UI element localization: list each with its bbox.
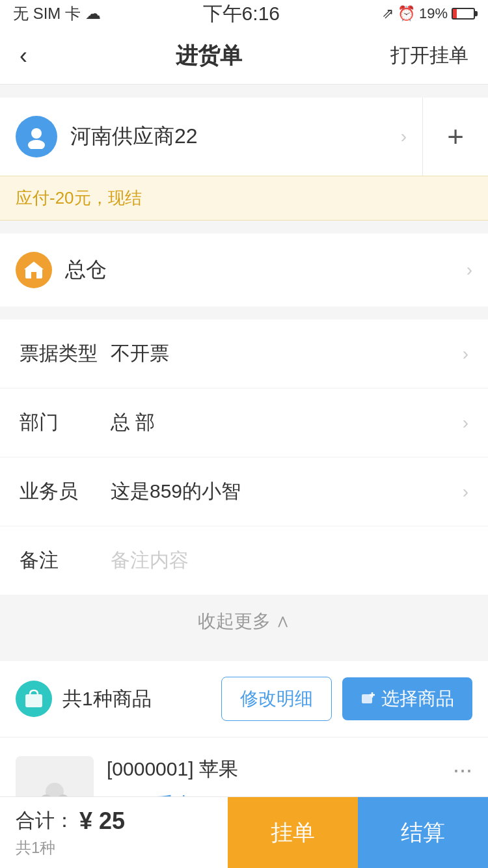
chevron-right-icon-5: › <box>463 481 468 502</box>
bottom-bar: 合计： ¥ 25 共1种 挂单 结算 <box>0 796 488 868</box>
ticket-type-value: 不开票 <box>111 340 463 367</box>
department-label: 部门 <box>20 409 111 436</box>
collapse-button[interactable]: 收起更多 ∧ <box>0 595 488 648</box>
supplier-name: 河南供应商22 <box>70 122 401 151</box>
chevron-right-icon-4: › <box>463 413 468 433</box>
product-more-button[interactable]: ··· <box>453 756 472 783</box>
supplier-avatar <box>16 116 57 157</box>
battery-label: 19% <box>419 5 448 22</box>
salesperson-row[interactable]: 业务员 这是859的小智 › <box>0 457 488 526</box>
product-name: [0000001] 苹果 <box>107 756 440 783</box>
notice-bar: 应付-20元，现结 <box>0 176 488 221</box>
warehouse-icon <box>16 252 52 288</box>
total-label: 合计： <box>16 807 74 834</box>
status-right: ⇗ ⏰ 19% <box>382 5 475 22</box>
product-icon <box>16 681 52 717</box>
supplier-section: 河南供应商22 › + <box>0 98 488 176</box>
status-bar: 无 SIM 卡 ☁ 下午6:16 ⇗ ⏰ 19% <box>0 0 488 27</box>
remark-input[interactable]: 备注内容 <box>111 547 468 574</box>
status-time: 下午6:16 <box>203 1 280 27</box>
chevron-right-icon-3: › <box>463 344 468 364</box>
gap-1 <box>0 85 488 98</box>
remark-row[interactable]: 备注 备注内容 <box>0 526 488 595</box>
ticket-type-row[interactable]: 票据类型 不开票 › <box>0 319 488 388</box>
total-amount: ¥ 25 <box>79 807 125 835</box>
svg-point-1 <box>28 140 45 149</box>
open-pending-button[interactable]: 打开挂单 <box>390 42 468 69</box>
select-product-label: 选择商品 <box>381 686 454 711</box>
select-product-button[interactable]: 选择商品 <box>342 677 472 720</box>
warehouse-name: 总仓 <box>65 256 467 284</box>
svg-rect-5 <box>25 694 42 707</box>
department-row[interactable]: 部门 总 部 › <box>0 388 488 457</box>
location-icon: ⇗ <box>382 5 394 22</box>
edit-detail-button[interactable]: 修改明细 <box>221 677 332 721</box>
bottom-total: 合计： ¥ 25 共1种 <box>0 797 228 868</box>
hang-order-button[interactable]: 挂单 <box>228 797 358 868</box>
svg-rect-4 <box>31 272 36 278</box>
product-count: 共1种商品 <box>62 686 211 712</box>
remark-label: 备注 <box>20 547 111 574</box>
svg-point-0 <box>31 128 42 139</box>
chevron-right-icon: › <box>401 126 407 147</box>
sim-label: 无 SIM 卡 ☁ <box>13 3 101 24</box>
chevron-right-icon-2: › <box>467 260 472 280</box>
total-amount-row: 合计： ¥ 25 <box>16 807 212 835</box>
department-value: 总 部 <box>111 409 463 436</box>
salesperson-value: 这是859的小智 <box>111 478 463 505</box>
total-sub: 共1种 <box>16 837 212 858</box>
salesperson-label: 业务员 <box>20 478 111 505</box>
supplier-selector[interactable]: 河南供应商22 › <box>0 98 423 176</box>
alarm-icon: ⏰ <box>398 5 415 22</box>
form-section: 票据类型 不开票 › 部门 总 部 › 业务员 这是859的小智 › 备注 备注… <box>0 319 488 595</box>
product-header: 共1种商品 修改明细 选择商品 <box>0 661 488 737</box>
status-left: 无 SIM 卡 ☁ <box>13 3 101 24</box>
ticket-type-label: 票据类型 <box>20 340 111 367</box>
warehouse-section[interactable]: 总仓 › <box>0 234 488 306</box>
battery-icon <box>452 8 475 20</box>
svg-marker-3 <box>24 262 44 269</box>
checkout-button[interactable]: 结算 <box>358 797 488 868</box>
nav-bar: ‹ 进货单 打开挂单 <box>0 27 488 85</box>
add-supplier-button[interactable]: + <box>423 98 488 176</box>
page-title: 进货单 <box>176 41 242 71</box>
back-button[interactable]: ‹ <box>20 42 27 70</box>
